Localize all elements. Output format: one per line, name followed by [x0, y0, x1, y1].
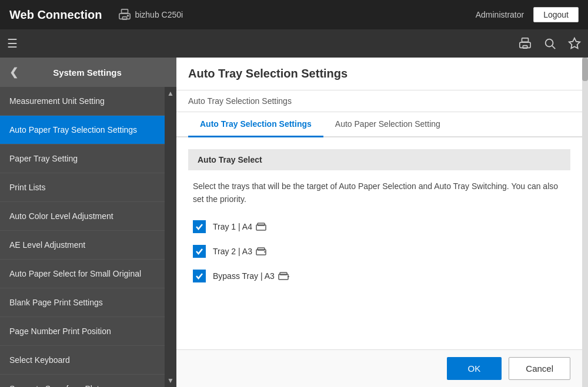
logo-area: Web Connection bizhub C250i [9, 8, 476, 22]
tab-auto-tray-selection[interactable]: Auto Tray Selection Settings [188, 112, 323, 137]
content-scrollbar [582, 58, 588, 387]
printer-icon [118, 8, 131, 21]
sidebar-item-auto-color[interactable]: Auto Color Level Adjustment [0, 202, 165, 231]
page-title: Auto Tray Selection Settings [188, 67, 348, 80]
search-toolbar-icon[interactable] [543, 37, 556, 50]
sidebar-scroll-down[interactable]: ▼ [167, 376, 174, 385]
sidebar-back-button[interactable]: ❮ [9, 66, 18, 79]
checkbox-bypass[interactable] [193, 270, 206, 282]
scrollbar-thumb[interactable] [582, 58, 588, 81]
sidebar-item-blank-page[interactable]: Blank Page Print Settings [0, 288, 165, 317]
svg-line-6 [552, 46, 555, 49]
header: Web Connection bizhub C250i Administrato… [0, 0, 588, 29]
sidebar-header: ❮ System Settings [0, 58, 176, 87]
logout-button[interactable]: Logout [533, 7, 579, 22]
svg-rect-3 [522, 38, 529, 42]
header-right: Administrator Logout [476, 7, 579, 22]
tabs: Auto Tray Selection Settings Auto Paper … [176, 112, 582, 137]
star-toolbar-icon[interactable] [568, 37, 581, 50]
sidebar-item-select-keyboard[interactable]: Select Keyboard [0, 346, 165, 375]
checkbox-row-bypass: Bypass Tray | A3 [188, 270, 570, 282]
printer-toolbar-icon[interactable] [519, 37, 532, 50]
tray1-icon [256, 223, 266, 231]
app-title: Web Connection [9, 8, 102, 22]
device-info: bizhub C250i [118, 8, 183, 21]
sidebar-item-auto-paper-tray[interactable]: Auto Paper Tray Selection Settings [0, 116, 165, 144]
svg-point-5 [546, 39, 553, 47]
section-description: Select the trays that will be the target… [188, 180, 570, 206]
main-layout: ❮ System Settings ▲ ▼ Measurement Unit S… [0, 58, 588, 387]
device-name: bizhub C250i [135, 10, 183, 19]
tab-auto-paper-selection[interactable]: Auto Paper Selection Setting [323, 112, 452, 137]
svg-rect-4 [523, 46, 527, 49]
sidebar-item-print-lists[interactable]: Print Lists [0, 173, 165, 202]
toolbar-right-icons [519, 37, 581, 50]
checkbox-label-tray2: Tray 2 | A3 [213, 247, 266, 256]
sidebar-items-list: Measurement Unit Setting Auto Paper Tray… [0, 87, 165, 387]
checkbox-tray2[interactable] [193, 245, 206, 258]
content-body: Auto Tray Select Select the trays that w… [176, 137, 582, 349]
sidebar-scrollbar: ▲ ▼ [165, 87, 176, 387]
breadcrumb: Auto Tray Selection Settings [176, 90, 582, 112]
svg-rect-11 [258, 248, 265, 250]
content-header: Auto Tray Selection Settings [176, 58, 582, 90]
sidebar-item-auto-paper-small[interactable]: Auto Paper Select for Small Original [0, 260, 165, 288]
toolbar: ☰ [0, 29, 588, 58]
sidebar-item-ae-level[interactable]: AE Level Adjustment [0, 231, 165, 260]
sidebar-item-separate-scan[interactable]: Separate Scan from Platen [0, 375, 165, 387]
sidebar-scroll-up[interactable]: ▲ [167, 89, 174, 97]
checkbox-row-tray2: Tray 2 | A3 [188, 245, 570, 258]
sidebar-item-paper-tray[interactable]: Paper Tray Setting [0, 144, 165, 173]
sidebar-item-measurement-unit[interactable]: Measurement Unit Setting [0, 87, 165, 116]
tray2-icon [256, 247, 266, 255]
sidebar-item-page-number[interactable]: Page Number Print Position [0, 317, 165, 346]
checkbox-tray1[interactable] [193, 220, 206, 233]
menu-icon[interactable]: ☰ [7, 36, 18, 51]
checkbox-label-bypass: Bypass Tray | A3 [213, 271, 290, 281]
bypass-icon [278, 272, 290, 280]
content-area: Auto Tray Selection Settings Auto Tray S… [176, 58, 582, 387]
checkbox-label-tray1: Tray 1 | A4 [213, 222, 266, 231]
svg-rect-1 [123, 17, 127, 20]
svg-marker-7 [569, 38, 580, 48]
sidebar-title: System Settings [53, 68, 122, 78]
sidebar: ❮ System Settings ▲ ▼ Measurement Unit S… [0, 58, 176, 387]
svg-rect-0 [122, 9, 128, 13]
section-title: Auto Tray Select [188, 149, 570, 170]
cancel-button[interactable]: Cancel [509, 357, 570, 380]
username-label: Administrator [476, 10, 524, 19]
content-footer: OK Cancel [176, 349, 582, 387]
svg-point-2 [128, 15, 129, 16]
ok-button[interactable]: OK [447, 357, 502, 380]
svg-rect-9 [258, 223, 265, 226]
checkbox-row-tray1: Tray 1 | A4 [188, 220, 570, 233]
svg-rect-14 [280, 272, 287, 275]
